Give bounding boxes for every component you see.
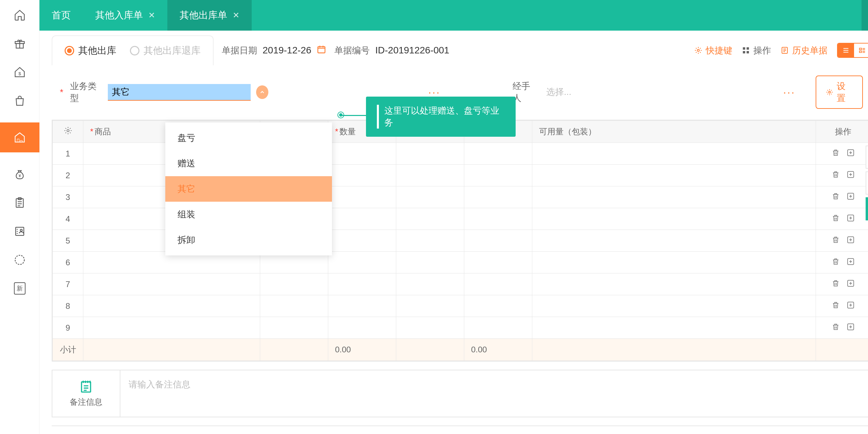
delete-row-icon[interactable] <box>832 323 840 333</box>
svg-rect-12 <box>747 47 749 50</box>
doc-date-value[interactable]: 2019-12-26 <box>263 45 311 56</box>
radio-icon <box>130 46 139 55</box>
table-gear-header[interactable] <box>53 121 83 143</box>
close-icon[interactable]: ✕ <box>233 11 239 20</box>
cell-qty[interactable] <box>328 143 396 165</box>
cell-amount[interactable] <box>464 208 532 230</box>
table-row[interactable]: 7 <box>53 273 868 295</box>
cell-unit[interactable] <box>260 273 328 295</box>
biz-type-label: 业务类型 <box>70 80 102 104</box>
cell-qty[interactable] <box>328 208 396 230</box>
cell-price[interactable] <box>396 230 464 252</box>
row-number: 6 <box>53 252 83 273</box>
nav-home-icon[interactable] <box>13 8 27 22</box>
calendar-icon[interactable] <box>317 45 326 56</box>
dropdown-item[interactable]: 拆卸 <box>165 227 332 253</box>
handler-input[interactable]: 选择... <box>542 83 655 101</box>
cell-price[interactable] <box>396 186 464 208</box>
table-row[interactable]: 9 <box>53 317 868 339</box>
view-card-button[interactable] <box>854 44 868 57</box>
cell-price[interactable] <box>396 252 464 273</box>
radio-other-out[interactable]: 其他出库 <box>65 44 116 57</box>
add-row-icon[interactable] <box>847 301 855 311</box>
cell-qty[interactable] <box>328 186 396 208</box>
nav-sync-icon[interactable] <box>13 253 27 267</box>
history-button[interactable]: 历史单据 <box>781 45 828 56</box>
cell-unit[interactable] <box>260 295 328 317</box>
cell-product[interactable] <box>83 273 260 295</box>
cell-amount[interactable] <box>464 252 532 273</box>
shortcut-button[interactable]: 快捷键 <box>694 45 732 56</box>
add-row-icon[interactable] <box>847 149 855 159</box>
cell-price[interactable] <box>396 208 464 230</box>
delete-row-icon[interactable] <box>832 149 840 159</box>
cell-qty[interactable] <box>328 252 396 273</box>
tab-other-in[interactable]: 其他入库单✕ <box>83 0 167 31</box>
nav-gift-icon[interactable] <box>13 37 27 50</box>
rail-notes-button[interactable] <box>866 146 868 169</box>
cell-qty[interactable] <box>328 273 396 295</box>
view-list-button[interactable] <box>838 44 854 57</box>
cell-amount[interactable] <box>464 317 532 339</box>
cell-price[interactable] <box>396 143 464 165</box>
th-action: 操作 <box>816 121 868 143</box>
cell-amount[interactable] <box>464 230 532 252</box>
cell-amount[interactable] <box>464 295 532 317</box>
biz-type-input[interactable] <box>108 84 251 101</box>
delete-row-icon[interactable] <box>832 236 840 246</box>
add-row-icon[interactable] <box>847 323 855 333</box>
nav-bag-icon[interactable] <box>13 94 27 107</box>
close-icon[interactable]: ✕ <box>148 11 155 20</box>
add-row-icon[interactable] <box>847 257 855 268</box>
table-row[interactable]: 8 <box>53 295 868 317</box>
app-close-button[interactable]: ✕ <box>862 0 868 31</box>
cell-amount[interactable] <box>464 186 532 208</box>
delete-row-icon[interactable] <box>832 301 840 311</box>
tab-other-out[interactable]: 其他出库单✕ <box>167 0 252 31</box>
cell-price[interactable] <box>396 165 464 186</box>
add-row-icon[interactable] <box>847 236 855 246</box>
cell-qty[interactable] <box>328 317 396 339</box>
add-row-icon[interactable] <box>847 192 855 202</box>
cell-price[interactable] <box>396 273 464 295</box>
operate-button[interactable]: 操作 <box>742 45 771 56</box>
radio-other-out-return[interactable]: 其他出库退库 <box>130 44 201 57</box>
cell-qty[interactable] <box>328 295 396 317</box>
cell-price[interactable] <box>396 317 464 339</box>
cell-qty[interactable] <box>328 165 396 186</box>
nav-clipboard-icon[interactable] <box>13 196 27 210</box>
dropdown-item[interactable]: 组装 <box>165 202 332 227</box>
add-row-icon[interactable] <box>847 279 855 289</box>
cell-product[interactable] <box>83 317 260 339</box>
add-row-icon[interactable] <box>847 170 855 181</box>
nav-new-icon[interactable]: 新 <box>13 282 27 295</box>
add-row-icon[interactable] <box>847 214 855 224</box>
chevron-up-icon[interactable] <box>256 85 268 99</box>
nav-money-bag-icon[interactable]: ¥ <box>13 167 27 181</box>
cell-qty[interactable] <box>328 230 396 252</box>
rail-attach-button[interactable] <box>866 171 868 195</box>
delete-row-icon[interactable] <box>832 170 840 181</box>
delete-row-icon[interactable] <box>832 279 840 289</box>
dropdown-item[interactable]: 赠送 <box>165 151 332 176</box>
rail-expand-button[interactable] <box>866 197 868 220</box>
delete-row-icon[interactable] <box>832 257 840 268</box>
settings-button[interactable]: 设置 <box>816 76 863 109</box>
remarks-input[interactable] <box>120 370 868 417</box>
dropdown-item[interactable]: 盘亏 <box>165 125 332 151</box>
cell-amount[interactable] <box>464 273 532 295</box>
row-number: 2 <box>53 165 83 186</box>
more-button-2[interactable]: ··· <box>783 86 796 99</box>
cell-amount[interactable] <box>464 165 532 186</box>
nav-house-dollar-icon[interactable]: $ <box>13 65 27 79</box>
cell-price[interactable] <box>396 295 464 317</box>
delete-row-icon[interactable] <box>832 214 840 224</box>
nav-contacts-icon[interactable] <box>13 224 27 238</box>
cell-unit[interactable] <box>260 317 328 339</box>
dropdown-item[interactable]: 其它 <box>165 176 332 202</box>
tab-home[interactable]: 首页 <box>39 0 83 31</box>
cell-amount[interactable] <box>464 143 532 165</box>
cell-product[interactable] <box>83 295 260 317</box>
delete-row-icon[interactable] <box>832 192 840 202</box>
nav-warehouse-icon[interactable] <box>0 122 39 152</box>
